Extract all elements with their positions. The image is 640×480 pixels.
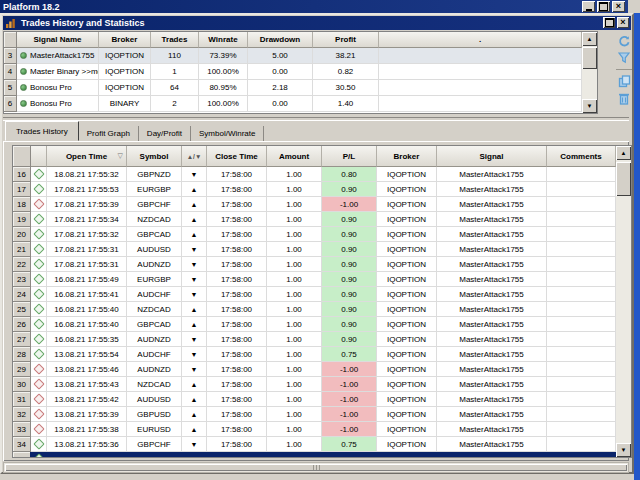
horizontal-scrollbar[interactable] (3, 462, 629, 473)
row-number: 25 (13, 302, 31, 317)
signal-row[interactable]: 4 Master Binary >>mql5.com IQOPTION 1 10… (4, 64, 582, 80)
dialog-maximize-button[interactable] (603, 17, 615, 28)
trade-row[interactable]: 24 16.08.21 17:55:41 AUDCHF ▼ 17:58:00 1… (13, 287, 616, 302)
trade-row[interactable]: 18 17.08.21 17:55:39 GBPCHF ▲ 17:58:00 1… (13, 197, 616, 212)
comments-cell (547, 332, 616, 347)
direction-icon: ▲ (182, 182, 207, 197)
trade-row[interactable]: 31 13.08.21 17:55:42 AUDUSD ▲ 17:58:00 1… (13, 392, 616, 407)
trade-row[interactable]: 33 13.08.21 17:55:38 EURUSD ▲ 17:58:00 1… (13, 422, 616, 437)
signals-scrollbar[interactable]: ▲ ▼ (582, 32, 597, 113)
close-button[interactable]: × (612, 1, 625, 12)
broker-cell: IQOPTION (377, 302, 437, 317)
trade-state-cell (31, 227, 47, 242)
tab-day-profit[interactable]: Day/Profit (139, 126, 191, 141)
trade-row[interactable]: 22 17.08.21 17:55:31 AUDNZD ▼ 17:58:00 1… (13, 257, 616, 272)
filter-icon[interactable] (616, 51, 632, 65)
refresh-icon[interactable] (616, 34, 632, 48)
trade-state-cell (31, 197, 47, 212)
comments-cell (547, 392, 616, 407)
trade-row[interactable]: 20 17.08.21 17:55:32 GBPCAD ▲ 17:58:00 1… (13, 227, 616, 242)
delete-icon[interactable] (616, 91, 632, 105)
symbol-cell: AUDNZD (127, 332, 182, 347)
maximize-icon (599, 2, 608, 11)
col-winrate[interactable]: Winrate (199, 32, 248, 48)
col-profit[interactable]: Profit (313, 32, 379, 48)
dialog-close-button[interactable]: × (617, 17, 629, 28)
tab-symbol-winrate[interactable]: Symbol/Winrate (191, 126, 264, 141)
close-time-cell: 17:58:00 (207, 182, 267, 197)
comments-cell (547, 347, 616, 362)
trade-row[interactable]: 23 16.08.21 17:55:49 EURGBP ▼ 17:58:00 1… (13, 272, 616, 287)
col-state (31, 146, 47, 167)
trade-row[interactable]: 34 13.08.21 17:55:36 GBPCHF ▼ 17:58:00 1… (13, 437, 616, 452)
scroll-down-icon[interactable]: ▼ (616, 443, 631, 457)
trade-result-icon (33, 348, 44, 359)
trades-cell: 2 (151, 96, 199, 112)
scrollbar-thumb[interactable] (5, 464, 627, 471)
toolbar-separator (616, 69, 632, 70)
col-close-time[interactable]: Close Time (207, 146, 267, 167)
trade-row[interactable]: 30 13.08.21 17:55:43 NZDCAD ▲ 17:58:00 1… (13, 377, 616, 392)
platform-titlebar[interactable]: Platform 18.2 × (0, 0, 628, 13)
col-trades[interactable]: Trades (151, 32, 199, 48)
trade-row[interactable]: 25 16.08.21 17:55:40 NZDCAD ▲ 17:58:00 1… (13, 302, 616, 317)
copy-icon[interactable] (616, 74, 632, 88)
trade-row[interactable]: 32 13.08.21 17:55:39 GBPUSD ▲ 17:58:00 1… (13, 407, 616, 422)
broker-cell: IQOPTION (377, 422, 437, 437)
signal-cell: MasterAttack1755 (437, 302, 547, 317)
trade-row[interactable]: 21 17.08.21 17:55:31 AUDUSD ▼ 17:58:00 1… (13, 242, 616, 257)
trade-row[interactable]: 26 16.08.21 17:55:40 GBPCAD ▲ 17:58:00 1… (13, 317, 616, 332)
col-comments[interactable]: Comments (547, 146, 616, 167)
col-open-time[interactable]: Open Time▽ (47, 146, 127, 167)
trade-state-cell (31, 452, 47, 458)
trade-state-cell (31, 287, 47, 302)
trade-row[interactable]: 28 13.08.21 17:55:54 AUDCHF ▼ 17:58:00 1… (13, 347, 616, 362)
signal-cell: MasterAttack1755 (437, 332, 547, 347)
symbol-cell: GBPUSD (127, 407, 182, 422)
signal-cell: MasterAttack1755 (437, 377, 547, 392)
scroll-down-icon[interactable]: ▼ (582, 99, 597, 113)
broker-cell: BINARY (99, 96, 151, 112)
minimize-button[interactable] (582, 1, 595, 12)
trade-row[interactable]: 19 17.08.21 17:55:34 NZDCAD ▲ 17:58:00 1… (13, 212, 616, 227)
col-symbol[interactable]: Symbol (127, 146, 182, 167)
trade-row[interactable]: 16 18.08.21 17:55:32 GBPNZD ▼ 17:58:00 1… (13, 167, 616, 182)
trade-row[interactable]: 17 17.08.21 17:55:53 EURGBP ▲ 17:58:00 1… (13, 182, 616, 197)
maximize-button[interactable] (597, 1, 610, 12)
scroll-up-icon[interactable]: ▲ (582, 32, 597, 46)
symbol-cell: EURGBP (127, 272, 182, 287)
scrollbar-thumb[interactable] (616, 162, 631, 196)
col-broker[interactable]: Broker (377, 146, 437, 167)
pl-cell: -1.00 (322, 392, 377, 407)
tab-trades-history[interactable]: Trades History (5, 121, 79, 141)
symbol-cell: EURGBP (127, 182, 182, 197)
direction-icon: ▲ (182, 452, 207, 458)
winrate-cell: 73.39% (199, 48, 248, 64)
signal-status-icon (20, 84, 27, 91)
amount-cell: 1.00 (267, 317, 322, 332)
signal-row[interactable]: 5 Bonosu Pro IQOPTION 64 80.95% 2.18 30.… (4, 80, 582, 96)
trade-result-icon (33, 228, 44, 239)
trade-row[interactable]: 27 16.08.21 17:55:35 AUDNZD ▼ 17:58:00 1… (13, 332, 616, 347)
trades-cell: 110 (151, 48, 199, 64)
col-amount[interactable]: Amount (267, 146, 322, 167)
col-signal[interactable]: Signal (437, 146, 547, 167)
tab-profit-graph[interactable]: Profit Graph (79, 126, 139, 141)
col-direction[interactable]: ▲/▼ (182, 146, 207, 167)
signal-row[interactable]: 3 MasterAttack1755 IQOPTION 110 73.39% 5… (4, 48, 582, 64)
signal-row[interactable]: 6 Bonosu Pro BINARY 2 100.00% 0.00 1.40 (4, 96, 582, 112)
col-extra[interactable]: . (379, 32, 582, 48)
col-broker[interactable]: Broker (99, 32, 151, 48)
col-pl[interactable]: P/L (322, 146, 377, 167)
trade-row[interactable]: 35 13.08.21 17:55:31 EURJPY ▲ 17:57:00 1… (13, 452, 616, 458)
col-drawdown[interactable]: Drawdown (248, 32, 313, 48)
symbol-cell: GBPCAD (127, 317, 182, 332)
open-time-cell: 16.08.21 17:55:41 (47, 287, 127, 302)
col-signal-name[interactable]: Signal Name (17, 32, 99, 48)
trades-scrollbar[interactable]: ▲ ▼ (616, 146, 631, 457)
scrollbar-thumb[interactable] (582, 47, 597, 69)
trade-row[interactable]: 29 13.08.21 17:55:46 AUDNZD ▼ 17:58:00 1… (13, 362, 616, 377)
dialog-titlebar[interactable]: Trades History and Statistics × (3, 16, 631, 30)
scroll-up-icon[interactable]: ▲ (616, 146, 631, 160)
broker-cell: IQOPTION (377, 392, 437, 407)
